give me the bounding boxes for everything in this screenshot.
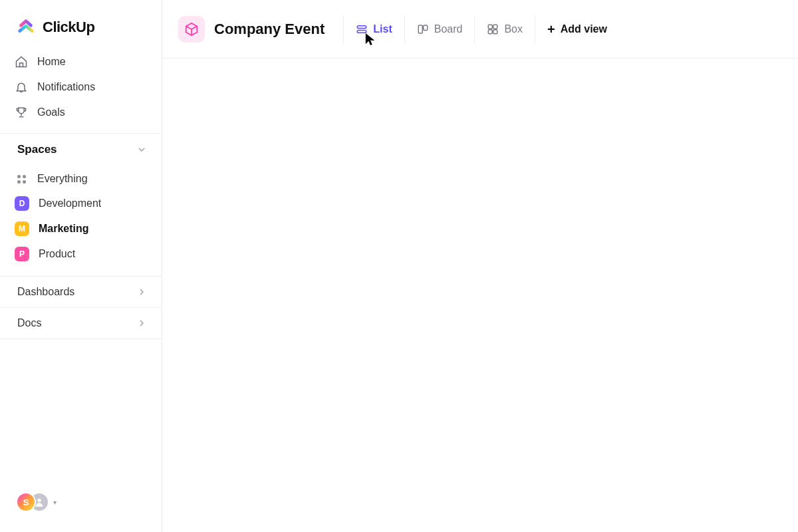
home-icon [15, 55, 28, 68]
space-item-marketing[interactable]: M Marketing [5, 216, 156, 241]
svg-rect-3 [418, 25, 422, 33]
logo-icon [16, 17, 36, 37]
section-docs[interactable]: Docs [0, 307, 162, 339]
space-badge: P [15, 247, 29, 261]
view-tab-label: Board [434, 23, 463, 35]
grid-dots-icon [15, 172, 28, 186]
svg-rect-4 [423, 25, 427, 31]
nav-notifications[interactable]: Notifications [5, 74, 156, 100]
section-label: Docs [17, 317, 41, 329]
list-icon [356, 23, 368, 35]
space-label: Product [39, 248, 75, 260]
add-view-label: Add view [561, 23, 607, 35]
space-label: Everything [37, 173, 88, 185]
space-label: Marketing [39, 223, 89, 235]
svg-rect-5 [489, 25, 493, 29]
content-area [162, 59, 798, 532]
chevron-right-icon [136, 287, 147, 297]
space-item-product[interactable]: P Product [5, 241, 156, 267]
topbar: Company Event List Board Box [162, 0, 798, 59]
nav-home[interactable]: Home [5, 49, 156, 74]
space-badge: D [15, 196, 29, 211]
chevron-down-icon [136, 144, 147, 155]
spaces-title: Spaces [17, 143, 57, 156]
cube-icon [184, 22, 199, 37]
nav-label: Home [37, 56, 66, 68]
svg-rect-2 [358, 30, 367, 33]
section-label: Dashboards [17, 286, 74, 298]
main: Company Event List Board Box [162, 0, 798, 532]
brand-logo[interactable]: ClickUp [0, 0, 162, 49]
view-tab-list[interactable]: List [343, 15, 404, 44]
sidebar-footer[interactable]: S ▾ [0, 480, 162, 532]
board-icon [417, 23, 429, 35]
svg-rect-6 [493, 25, 497, 29]
sidebar: ClickUp Home Notifications Goals Spaces [0, 0, 162, 532]
page-title: Company Event [214, 21, 325, 38]
bell-icon [15, 80, 28, 94]
trophy-icon [15, 106, 28, 119]
add-view-button[interactable]: + Add view [535, 15, 619, 44]
view-tab-box[interactable]: Box [474, 15, 535, 44]
nav-goals[interactable]: Goals [5, 100, 156, 125]
section-dashboards[interactable]: Dashboards [0, 276, 162, 307]
spaces-header[interactable]: Spaces [0, 134, 162, 166]
caret-down-icon: ▾ [53, 499, 57, 506]
plus-icon: + [547, 23, 555, 36]
svg-rect-1 [358, 25, 367, 28]
primary-nav: Home Notifications Goals [0, 49, 162, 133]
space-item-development[interactable]: D Development [5, 191, 156, 216]
view-tab-label: List [373, 23, 392, 35]
chevron-right-icon [136, 318, 147, 329]
nav-label: Notifications [37, 81, 95, 93]
brand-name: ClickUp [43, 19, 94, 36]
svg-rect-8 [493, 29, 497, 33]
view-tabs: List Board Box + Add view [343, 15, 619, 44]
space-icon[interactable] [178, 16, 205, 43]
avatar: S [16, 492, 36, 512]
box-grid-icon [487, 23, 499, 35]
view-tab-board[interactable]: Board [404, 15, 475, 44]
space-badge: M [15, 221, 29, 236]
svg-rect-7 [489, 29, 493, 33]
view-tab-label: Box [504, 23, 523, 35]
svg-point-0 [37, 499, 41, 502]
space-label: Development [39, 198, 101, 209]
spaces-list: Everything D Development M Marketing P P… [0, 166, 162, 276]
space-everything[interactable]: Everything [5, 167, 156, 191]
nav-label: Goals [37, 106, 65, 118]
